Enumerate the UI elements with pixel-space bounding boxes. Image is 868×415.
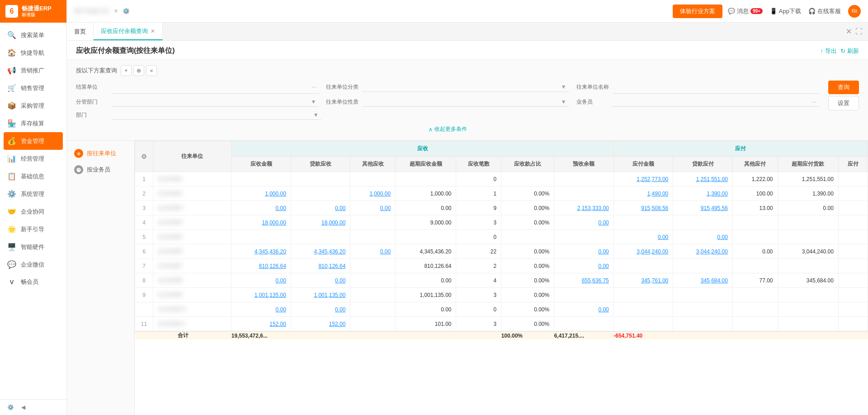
footer-r-count — [456, 331, 501, 339]
search-nav-icon: 🔍 — [7, 31, 16, 39]
page-content: 应收应付余额查询(按往来单位) ↑ 导出 ↻ 刷新 按以下方案查询 + ⊕ « — [67, 41, 868, 415]
sidebar-item-finance[interactable]: 💰 资金管理 — [4, 132, 63, 150]
sidebar-item-enterprise[interactable]: 🤝 企业协同 — [0, 203, 66, 220]
sidebar-item-basic[interactable]: 📋 基础信息 — [0, 167, 66, 185]
tab-report[interactable]: 应收应付余额查询 ✕ — [94, 23, 163, 40]
settlement-unit-input[interactable] — [114, 82, 311, 92]
search-bar: 按以下方案查询 + ⊕ « — [76, 65, 859, 76]
footer-r-loan — [291, 331, 350, 339]
online-service-btn[interactable]: 🎧 在线客服 — [808, 7, 841, 15]
sidebar-item-member[interactable]: V 畅会员 — [0, 273, 66, 291]
table-body: 1企业名称101,252,773.001,251,551.001,222.001… — [135, 172, 868, 332]
unit-category-label: 往来单位分类 — [326, 83, 359, 91]
settings-bottom-icon[interactable]: ⚙️ — [7, 404, 14, 410]
dept-manager-field: 分管部门 ▼ — [76, 97, 319, 107]
logo-text: 畅捷通ERP 标准版 — [22, 5, 52, 18]
table-container[interactable]: ⚙ 往来单位 应收 应付 应收金额 贷款应收 其他应收 超期应收金额 应收笔数 — [135, 141, 868, 415]
service-label: 在线客服 — [817, 7, 841, 15]
refresh-btn[interactable]: ↻ 刷新 — [840, 47, 859, 55]
sidebar-item-operations[interactable]: 📊 经营管理 — [0, 150, 66, 167]
unit-cell: 企业名称7 — [153, 259, 231, 273]
logo-icon: 6 — [5, 5, 18, 18]
filter-by-unit[interactable]: ⊕ 按往来单位 — [67, 145, 134, 162]
sidebar-item-label: 资金管理 — [21, 137, 44, 145]
unit-nature-label: 往来单位性质 — [326, 98, 359, 106]
user-avatar[interactable]: Rit — [848, 5, 861, 18]
dept-label: 部门 — [76, 111, 108, 119]
refresh-label: 刷新 — [847, 47, 859, 55]
tab-home[interactable]: 首页 — [67, 23, 94, 40]
content-body: ⊕ 按往来单位 🕐 按业务员 ⚙ 往来单位 — [67, 141, 868, 415]
unit-cell: 企业名称2 — [153, 186, 231, 201]
inventory-nav-icon: 🏪 — [7, 119, 16, 128]
tab-close-all-icon[interactable]: ✕ — [846, 27, 852, 36]
filter-salesman-label: 按业务员 — [87, 166, 110, 174]
header-breadcrumb: 用户名称公司 ▼ ⚙️ — [74, 7, 667, 15]
tab-bar-right: ✕ ⛶ — [840, 27, 868, 36]
table-settings-icon[interactable]: ⚙ — [141, 153, 147, 160]
settings-button[interactable]: 设置 — [828, 96, 859, 110]
dept-manager-label: 分管部门 — [76, 98, 108, 106]
finance-nav-icon: 💰 — [7, 137, 16, 145]
footer-r-ratio: 100.00% — [501, 331, 554, 339]
salesman-dots[interactable]: ··· — [812, 99, 816, 105]
sidebar-item-marketing[interactable]: 📢 营销推广 — [0, 62, 66, 79]
tab-expand-icon[interactable]: ⛶ — [855, 28, 863, 36]
col-p-extra: 应付 — [838, 157, 868, 172]
export-btn[interactable]: ↑ 导出 — [821, 47, 837, 55]
sidebar-item-search[interactable]: 🔍 搜索菜单 — [0, 26, 66, 44]
operations-nav-icon: 📊 — [7, 154, 16, 163]
sidebar-item-label: 智能硬件 — [21, 243, 44, 251]
dept-chevron: ▼ — [313, 112, 319, 118]
breadcrumb-arrow: ▼ — [113, 8, 119, 14]
unit-name-input[interactable] — [615, 82, 816, 92]
settlement-unit-dots[interactable]: ··· — [311, 84, 316, 90]
messages-btn[interactable]: 💬 消息 99+ — [728, 7, 763, 15]
table-row: 6企业名称64,345,436.204,345,436.200.004,345,… — [135, 244, 868, 259]
search-btn-group: + ⊕ « — [121, 65, 157, 76]
header-settings-icon[interactable]: ⚙️ — [123, 8, 130, 14]
search-row-1: 结算单位 ··· 往来单位分类 ▼ — [76, 81, 819, 94]
messages-badge: 99+ — [750, 8, 763, 14]
promo-button[interactable]: 体验行业方案 — [673, 5, 722, 18]
sidebar-item-purchase[interactable]: 📦 采购管理 — [0, 97, 66, 114]
dept-field: 部门 ▼ — [76, 110, 321, 120]
query-button[interactable]: 查询 — [828, 81, 859, 94]
sidebar-item-label: 营销推广 — [21, 67, 44, 75]
table-row: 7企业名称7810,126.64810,126.64810,126.6420.0… — [135, 259, 868, 273]
sidebar-item-hardware[interactable]: 🖥️ 智能硬件 — [0, 238, 66, 256]
data-table: ⚙ 往来单位 应收 应付 应收金额 贷款应收 其他应收 超期应收金额 应收笔数 — [135, 141, 868, 339]
search-form: 结算单位 ··· 往来单位分类 ▼ — [76, 81, 859, 135]
unit-category-field: 往来单位分类 ▼ — [326, 82, 569, 92]
system-nav-icon: ⚙️ — [7, 190, 16, 198]
collapse-icon: ∧ — [429, 126, 433, 133]
filter-panel: ⊕ 按往来单位 🕐 按业务员 — [67, 141, 135, 415]
scheme-settings-btn[interactable]: ⊕ — [133, 65, 144, 76]
sidebar-item-wechat[interactable]: 💬 企业微信 — [0, 256, 66, 273]
sidebar-item-guide[interactable]: 🌟 新手引导 — [0, 220, 66, 238]
tab-close-icon[interactable]: ✕ — [151, 28, 155, 34]
filter-unit-label: 按往来单位 — [87, 149, 116, 157]
page-header-actions: ↑ 导出 ↻ 刷新 — [821, 47, 859, 55]
sidebar-item-quicknav[interactable]: 🏠 快捷导航 — [0, 44, 66, 62]
sidebar-item-label: 系统管理 — [21, 190, 44, 198]
sidebar-item-sales[interactable]: 🛒 销售管理 — [0, 79, 66, 97]
service-icon: 🎧 — [808, 8, 816, 14]
filter-by-salesman[interactable]: 🕐 按业务员 — [67, 162, 134, 178]
table-row: 8企业名称80.000.000.0040.00%655,636.75345,76… — [135, 273, 868, 288]
sidebar-item-label: 快捷导航 — [21, 49, 44, 57]
sidebar-item-inventory[interactable]: 🏪 库存核算 — [0, 114, 66, 132]
scheme-collapse-btn[interactable]: « — [146, 65, 157, 76]
col-r-amount: 应收金额 — [231, 157, 291, 172]
app-label: App下载 — [779, 7, 801, 15]
sidebar-item-label: 搜索菜单 — [21, 31, 44, 39]
filter-unit-icon: ⊕ — [74, 149, 83, 158]
add-scheme-btn[interactable]: + — [121, 65, 132, 76]
col-r-count: 应收笔数 — [456, 157, 501, 172]
collapse-conditions-btn[interactable]: ∧ 收起更多条件 — [429, 124, 467, 135]
member-nav-icon: V — [7, 279, 16, 286]
col-p-overdue: 超期应付货款 — [778, 157, 838, 172]
sidebar-item-system[interactable]: ⚙️ 系统管理 — [0, 185, 66, 203]
collapse-sidebar-icon[interactable]: ◀ — [21, 404, 25, 410]
app-download-btn[interactable]: 📱 App下载 — [770, 7, 801, 15]
